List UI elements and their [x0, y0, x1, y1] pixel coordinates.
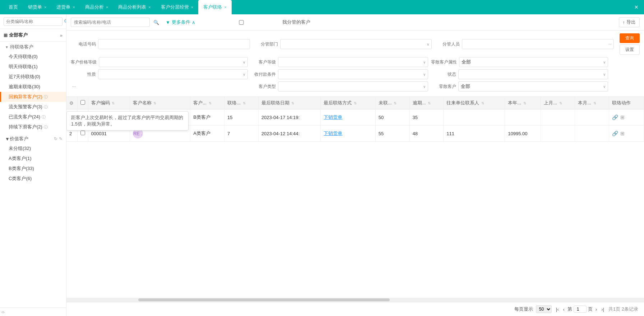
first-page-button[interactable]: |‹	[555, 306, 560, 313]
sidebar-group-value-customers[interactable]: ▼ 价值客户 ↻ ✎	[0, 133, 66, 143]
phone-input[interactable]	[98, 39, 250, 49]
col-year-sales: 本年... ⇅	[505, 97, 541, 109]
customer-type-chevron-icon: ∨	[423, 85, 426, 89]
sidebar-item-c-class[interactable]: C类客户(6)	[0, 174, 66, 184]
sort-last-month-icon[interactable]: ⇅	[559, 101, 562, 105]
sidebar-item-churn-warning[interactable]: 流失预警客户(3) ⓘ	[0, 102, 66, 112]
churn-warning-info-icon[interactable]: ⓘ	[44, 104, 48, 110]
sidebar-search-input[interactable]	[4, 17, 62, 26]
retail-attr-select[interactable]: 全部 ∨	[459, 57, 608, 67]
nav-sales-order[interactable]: 销货单 ×	[23, 0, 51, 14]
filter-cell-payment: 收付款条件 ∨	[251, 69, 428, 79]
sidebar-group-pending-contact[interactable]: ▼ 待联络客户	[0, 42, 66, 52]
row2-action: 🔗 ⊞	[609, 126, 644, 142]
sidebar-item-tomorrow-pending[interactable]: 明天待联络(1)	[0, 62, 66, 72]
sidebar-search-area: 🔍	[0, 14, 66, 29]
nav-home[interactable]: 首页	[4, 0, 23, 14]
sort-contact-count-icon[interactable]: ⇅	[243, 101, 246, 105]
sort-this-month-icon[interactable]: ⇅	[593, 101, 596, 105]
search-button-icon[interactable]: 🔍	[153, 20, 159, 25]
sort-type-icon[interactable]: ⇅	[209, 101, 212, 105]
close-all-tabs-button[interactable]: ×	[634, 4, 638, 11]
total-records-label: 共1页 2条记录	[608, 306, 638, 312]
row2-select-checkbox[interactable]	[80, 131, 85, 135]
table-settings-icon[interactable]: ⚙	[69, 100, 74, 106]
more-filters-dots[interactable]: ···	[72, 84, 76, 89]
more-conditions-button[interactable]: ▼ 更多条件 ∧	[163, 18, 198, 27]
next-page-button[interactable]: ›	[594, 306, 598, 313]
nav-product-analysis-list[interactable]: 商品分析列表 ×	[113, 0, 156, 14]
sidebar-item-declining[interactable]: 持续下滑客户(2) ⓘ	[0, 122, 66, 132]
page-number-input[interactable]	[574, 306, 587, 313]
row1-grid-icon[interactable]: ⊞	[620, 114, 625, 120]
settings-button[interactable]: 设置	[620, 44, 640, 55]
row1-link-icon[interactable]: 🔗	[612, 114, 618, 120]
per-page-select[interactable]: 50	[536, 305, 552, 313]
sidebar-item-b-class[interactable]: B类客户(33)	[0, 164, 66, 174]
sidebar: 🔍 ⊞ 全部客户 » ▼ 待联络客户 今天待联络(0) 明天待联络(1) 近7天…	[0, 14, 66, 316]
sidebar-item-today-pending[interactable]: 今天待联络(0)	[0, 52, 66, 62]
sidebar-item-overdue-pending[interactable]: 逾期未联络(30)	[0, 82, 66, 92]
sort-code-icon[interactable]: ⇅	[112, 101, 115, 105]
select-all-checkbox[interactable]	[80, 100, 85, 105]
sidebar-item-a-class[interactable]: A类客户(1)	[0, 154, 66, 164]
close-product-analysis-icon[interactable]: ×	[106, 5, 108, 9]
filter-cell-retail-customer: 零散客户 全部 ∨	[431, 81, 608, 91]
sidebar-item-7day-pending[interactable]: 近7天待联络(0)	[0, 72, 66, 82]
nav-purchase-order[interactable]: 进货单 ×	[51, 0, 80, 14]
nav-customer-contact[interactable]: 客户联络 ×	[198, 0, 231, 14]
price-level-select[interactable]: ∨	[99, 57, 248, 67]
sidebar-all-customers-header[interactable]: ⊞ 全部客户 »	[0, 29, 66, 42]
manager-input[interactable]: ···	[462, 39, 614, 49]
sort-name-icon[interactable]: ⇅	[153, 101, 156, 105]
nav-product-analysis[interactable]: 商品分析 ×	[80, 0, 113, 14]
value-group-refresh-icon[interactable]: ↻	[54, 136, 57, 141]
sidebar-item-unclassified[interactable]: 未分组(32)	[0, 143, 66, 154]
row2-last-month	[541, 126, 575, 142]
my-customer-checkbox[interactable]	[202, 20, 281, 25]
churned-info-icon[interactable]: ⓘ	[42, 114, 46, 120]
sort-year-sales-icon[interactable]: ⇅	[523, 101, 526, 105]
department-select[interactable]: ∨	[280, 39, 432, 49]
sort-unread-icon[interactable]: ⇅	[394, 101, 397, 105]
nav-customer-tier[interactable]: 客户分层经营 ×	[156, 0, 198, 14]
sidebar-collapse-icon[interactable]: »	[60, 33, 62, 38]
col-settings: ⚙	[66, 97, 77, 109]
customer-level-select[interactable]: ∨	[278, 57, 428, 67]
sort-contacts-icon[interactable]: ⇅	[481, 101, 484, 105]
payment-select[interactable]: ∨	[278, 69, 428, 79]
close-sales-order-icon[interactable]: ×	[44, 5, 46, 9]
row1-last-method-link[interactable]: 下销货单	[324, 114, 342, 120]
search-input[interactable]	[71, 18, 150, 27]
query-button[interactable]: 查询	[620, 33, 640, 43]
repurchase-abnormal-info-icon[interactable]: ⓘ	[44, 94, 48, 100]
filter-row-1: 电话号码 分管部门 ∨ 分管人员 ··· 查询 设置	[71, 33, 640, 55]
sidebar-search-icon[interactable]: 🔍	[64, 19, 66, 24]
col-action: 联络动作	[609, 97, 644, 109]
filter-cell-phone: 电话号码	[71, 39, 250, 49]
status-select[interactable]: ∨	[458, 69, 608, 79]
close-purchase-order-icon[interactable]: ×	[73, 5, 75, 9]
declining-info-icon[interactable]: ⓘ	[44, 124, 48, 130]
row2-link-icon[interactable]: 🔗	[612, 131, 618, 136]
value-group-edit-icon[interactable]: ✎	[59, 136, 62, 141]
row2-last-method-link[interactable]: 下销货单	[324, 131, 342, 136]
nature-select[interactable]: ∨	[98, 69, 248, 79]
close-customer-contact-icon[interactable]: ×	[224, 5, 226, 9]
row2-grid-icon[interactable]: ⊞	[620, 131, 625, 136]
close-product-analysis-list-icon[interactable]: ×	[148, 5, 150, 9]
sidebar-right-nav-button[interactable]: ›	[3, 309, 4, 315]
scrollbar-thumb[interactable]	[138, 298, 390, 301]
sidebar-item-repurchase-abnormal[interactable]: 回购异常客户(2) ⓘ	[0, 92, 66, 102]
horizontal-scrollbar[interactable]	[66, 298, 644, 302]
sort-last-date-icon[interactable]: ⇅	[291, 101, 294, 105]
sort-last-method-icon[interactable]: ⇅	[354, 101, 357, 105]
sort-overdue-icon[interactable]: ⇅	[428, 101, 431, 105]
last-page-button[interactable]: ›|	[600, 306, 606, 313]
close-customer-tier-icon[interactable]: ×	[191, 5, 193, 9]
export-button[interactable]: ↑ 导出	[619, 17, 640, 27]
sidebar-item-churned[interactable]: 已流失客户(24) ⓘ	[0, 112, 66, 122]
customer-type-select[interactable]: ∨	[278, 81, 428, 91]
retail-customer-select[interactable]: 全部 ∨	[458, 81, 608, 91]
prev-page-button[interactable]: ‹	[562, 306, 566, 313]
